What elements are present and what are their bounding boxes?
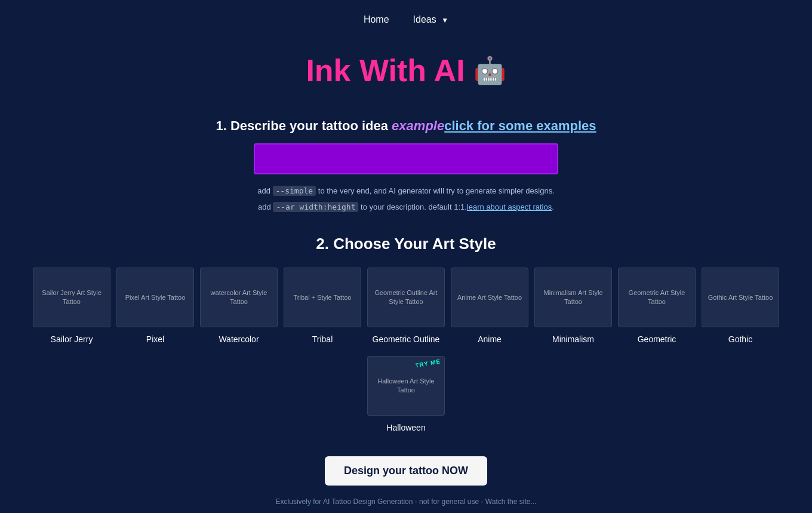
style-img-label-pixel: Pixel Art Style Tattoo [123, 291, 188, 304]
hint2-end: . [552, 202, 554, 211]
describe-label: 1. Describe your tattoo idea exampleclic… [12, 118, 800, 134]
ideas-dropdown-arrow: ▼ [441, 16, 448, 24]
style-item-geometric-outline[interactable]: Geometric Outline Art Style TattooGeomet… [367, 268, 445, 344]
style-name-anime: Anime [478, 334, 502, 344]
style-img-label-halloween: Halloween Art Style Tattoo [368, 374, 444, 397]
style-item-anime[interactable]: Anime Art Style TattooAnime [451, 268, 528, 344]
style-img-pixel: Pixel Art Style Tattoo [116, 268, 194, 327]
aspect-ratio-link[interactable]: learn about aspect ratios [467, 202, 552, 211]
styles-row-1: Sailor Jerry Art Style TattooSailor Jerr… [24, 268, 788, 344]
hint1-suffix: to the very end, and AI generator will t… [316, 186, 555, 195]
style-img-label-geometric: Geometric Art Style Tattoo [619, 286, 695, 308]
footer-hint: Exclusively for AI Tattoo Design Generat… [0, 497, 812, 513]
style-img-geometric-outline: Geometric Outline Art Style Tattoo [367, 268, 445, 327]
style-img-tribal: Tribal + Style Tattoo [284, 268, 361, 327]
style-name-gothic: Gothic [728, 334, 752, 344]
style-name-geometric: Geometric [638, 334, 676, 344]
style-item-sailor-jerry[interactable]: Sailor Jerry Art Style TattooSailor Jerr… [33, 268, 110, 344]
style-img-label-tribal: Tribal + Style Tattoo [291, 291, 354, 304]
example-link[interactable]: example [392, 118, 444, 133]
style-item-gothic[interactable]: Gothic Art Style TattooGothic [702, 268, 779, 344]
hint-simple: add --simple to the very end, and AI gen… [12, 184, 800, 198]
hero-section: Ink With AI 🤖 [0, 35, 812, 100]
style-name-pixel: Pixel [146, 334, 164, 344]
style-img-label-anime: Anime Art Style Tattoo [455, 291, 524, 304]
style-img-anime: Anime Art Style Tattoo [451, 268, 528, 327]
tattoo-idea-input[interactable] [254, 143, 558, 174]
style-img-watercolor: watercolor Art Style Tattoo [200, 268, 278, 327]
hint-ar: add --ar width:height to your descriptio… [12, 200, 800, 214]
style-item-geometric[interactable]: Geometric Art Style TattooGeometric [618, 268, 696, 344]
describe-prefix: 1. Describe your tattoo idea [216, 118, 392, 133]
style-item-pixel[interactable]: Pixel Art Style TattooPixel [116, 268, 194, 344]
hint1-prefix: add [257, 186, 272, 195]
style-name-geometric-outline: Geometric Outline [373, 334, 440, 344]
style-name-minimalism: Minimalism [552, 334, 594, 344]
style-section-title: 2. Choose Your Art Style [12, 235, 800, 253]
nav-home[interactable]: Home [364, 14, 389, 25]
style-item-tribal[interactable]: Tribal + Style TattooTribal [284, 268, 361, 344]
main-nav: Home Ideas ▼ [0, 0, 812, 35]
hint2-prefix: add [258, 202, 273, 211]
style-img-label-minimalism: Minimalism Art Style Tattoo [535, 286, 611, 308]
style-name-halloween: Halloween [386, 423, 425, 432]
textarea-wrapper [12, 143, 800, 174]
style-img-label-sailor-jerry: Sailor Jerry Art Style Tattoo [33, 286, 110, 308]
style-name-tribal: Tribal [312, 334, 333, 344]
design-now-button[interactable]: Design your tattoo NOW [325, 456, 487, 486]
style-name-sailor-jerry: Sailor Jerry [51, 334, 93, 344]
style-section: 2. Choose Your Art Style Sailor Jerry Ar… [0, 223, 812, 438]
style-img-geometric: Geometric Art Style Tattoo [618, 268, 696, 327]
style-img-label-watercolor: watercolor Art Style Tattoo [201, 286, 277, 308]
styles-grid: Sailor Jerry Art Style TattooSailor Jerr… [18, 268, 794, 432]
design-btn-wrapper: Design your tattoo NOW [0, 438, 812, 497]
style-img-sailor-jerry: Sailor Jerry Art Style Tattoo [33, 268, 110, 327]
hint1-code: --simple [273, 186, 316, 196]
hint2-suffix: to your description. default 1:1. [358, 202, 466, 211]
style-img-halloween: TRY MEHalloween Art Style Tattoo [367, 356, 445, 416]
style-name-watercolor: Watercolor [219, 334, 259, 344]
styles-row-2: TRY MEHalloween Art Style TattooHallowee… [24, 356, 788, 432]
hero-title-text: Ink With AI [306, 53, 465, 88]
robot-icon: 🤖 [473, 55, 506, 86]
style-img-label-gothic: Gothic Art Style Tattoo [706, 291, 776, 304]
style-item-halloween[interactable]: TRY MEHalloween Art Style TattooHallowee… [367, 356, 445, 432]
nav-ideas[interactable]: Ideas ▼ [413, 14, 448, 25]
hint2-code: --ar width:height [273, 202, 358, 212]
style-img-minimalism: Minimalism Art Style Tattoo [534, 268, 612, 327]
style-img-label-geometric-outline: Geometric Outline Art Style Tattoo [368, 286, 444, 308]
click-examples-link[interactable]: click for some examples [444, 118, 596, 133]
try-me-badge: TRY ME [414, 358, 441, 368]
style-item-minimalism[interactable]: Minimalism Art Style TattooMinimalism [534, 268, 612, 344]
describe-section: 1. Describe your tattoo idea exampleclic… [0, 100, 812, 223]
style-img-gothic: Gothic Art Style Tattoo [702, 268, 779, 327]
style-item-watercolor[interactable]: watercolor Art Style TattooWatercolor [200, 268, 278, 344]
hero-title-wrapper: Ink With AI 🤖 [306, 53, 506, 88]
